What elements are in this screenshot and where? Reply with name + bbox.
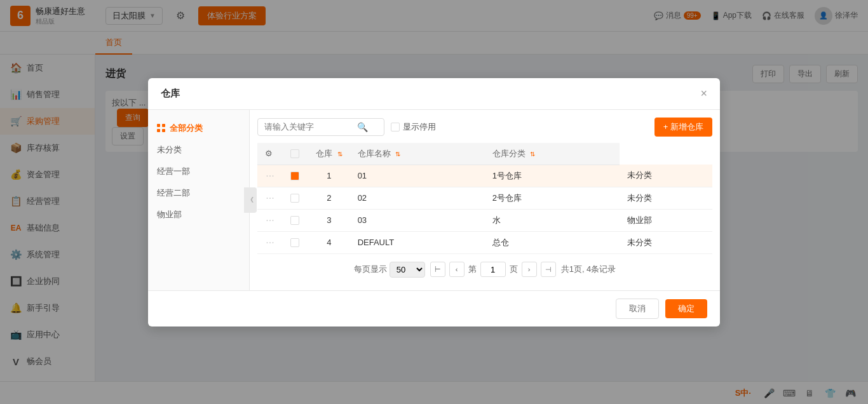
category-label-property: 物业部	[157, 210, 182, 219]
next-page-button[interactable]: ›	[522, 262, 537, 277]
row-category: 未分类	[620, 165, 712, 187]
row-code: 01	[350, 165, 485, 187]
category-label-unclassified: 未分类	[157, 145, 182, 154]
row-gear-cell[interactable]: ···	[257, 209, 283, 231]
col-header-category: 仓库分类 ⇅	[485, 143, 620, 165]
row-category: 物业部	[620, 209, 712, 231]
modal-title: 仓库	[161, 88, 180, 100]
modal-footer: 取消 确定	[148, 290, 720, 327]
row-checkbox[interactable]	[290, 172, 299, 180]
modal-body: 全部分类 未分类 经营一部 经营二部 物业部 《	[148, 110, 720, 290]
table-row[interactable]: ···2022号仓库未分类	[257, 187, 712, 209]
last-page-button[interactable]: ⊣	[541, 262, 556, 277]
cancel-button[interactable]: 取消	[616, 299, 659, 319]
row-check-cell	[283, 209, 308, 231]
row-checkbox[interactable]	[290, 238, 299, 247]
table-body: ···1011号仓库未分类···2022号仓库未分类···303水物业部···4…	[257, 165, 712, 253]
row-number: 3	[308, 209, 350, 231]
row-check-cell	[283, 165, 308, 187]
table-container: ⚙ 仓库 ⇅ 仓库名称 ⇅	[257, 143, 712, 254]
row-code: 02	[350, 187, 485, 209]
row-code: 03	[350, 209, 485, 231]
col-code-sort-icon: ⇅	[337, 151, 342, 158]
col-header-check	[283, 143, 308, 165]
col-header-name: 仓库名称 ⇅	[350, 143, 485, 165]
row-checkbox[interactable]	[290, 194, 299, 203]
row-number: 1	[308, 165, 350, 187]
row-category: 未分类	[620, 231, 712, 253]
col-category-sort-icon: ⇅	[530, 151, 535, 158]
per-page-label: 每页显示	[354, 264, 387, 275]
col-name-sort-icon: ⇅	[395, 151, 400, 158]
category-item-dept1[interactable]: 经营一部	[148, 161, 249, 182]
col-name-label: 仓库名称	[358, 149, 391, 158]
col-category-label: 仓库分类	[492, 149, 526, 158]
col-code-label: 仓库	[316, 149, 332, 158]
first-page-button[interactable]: ⊢	[430, 262, 445, 277]
all-categories-label: 全部分类	[170, 123, 203, 134]
search-input[interactable]	[264, 122, 353, 131]
page-info: 共1页, 4条记录	[561, 264, 616, 275]
row-name: 2号仓库	[485, 187, 620, 209]
warehouse-table: ⚙ 仓库 ⇅ 仓库名称 ⇅	[257, 143, 712, 254]
page-text: 第	[468, 264, 477, 275]
category-item-unclassified[interactable]: 未分类	[148, 139, 249, 161]
page-navigation: ⊢ ‹ 第 页 › ⊣	[430, 262, 556, 277]
category-label-dept2: 经营二部	[157, 188, 190, 198]
category-panel: 全部分类 未分类 经营一部 经营二部 物业部 《	[148, 110, 250, 290]
table-panel: 🔍 显示停用 + 新增仓库 ⚙	[250, 110, 720, 290]
row-checkbox[interactable]	[290, 216, 299, 225]
pagination-area: 每页显示 50 20 100 ⊢ ‹ 第 页 ›	[257, 254, 712, 283]
row-gear-cell[interactable]: ···	[257, 187, 283, 209]
show-disabled-label: 显示停用	[403, 121, 436, 133]
confirm-button[interactable]: 确定	[665, 299, 707, 318]
all-categories-item[interactable]: 全部分类	[148, 118, 249, 139]
prev-page-button[interactable]: ‹	[449, 262, 465, 277]
add-warehouse-button[interactable]: + 新增仓库	[654, 118, 712, 137]
per-page-select[interactable]: 50 20 100	[390, 262, 425, 278]
modal-overlay: 仓库 × 全部分类 未分类 经营一部	[0, 0, 868, 404]
row-number: 4	[308, 231, 350, 253]
table-header-row: ⚙ 仓库 ⇅ 仓库名称 ⇅	[257, 143, 712, 165]
modal-close-button[interactable]: ×	[700, 87, 707, 100]
table-row[interactable]: ···4DEFAULT总仓未分类	[257, 231, 712, 253]
row-number: 2	[308, 187, 350, 209]
col-header-code: 仓库 ⇅	[308, 143, 350, 165]
page-suffix: 页	[510, 264, 518, 275]
page-size-selector: 每页显示 50 20 100	[354, 262, 425, 278]
table-toolbar: 🔍 显示停用 + 新增仓库	[257, 118, 712, 137]
row-gear-cell[interactable]: ···	[257, 165, 283, 187]
row-name: 1号仓库	[485, 165, 620, 187]
page-number-input[interactable]	[480, 262, 506, 277]
show-disabled-area: 显示停用	[391, 121, 436, 133]
row-name: 水	[485, 209, 620, 231]
select-all-checkbox[interactable]	[290, 149, 299, 158]
table-row[interactable]: ···303水物业部	[257, 209, 712, 231]
category-item-property[interactable]: 物业部	[148, 204, 249, 226]
search-box: 🔍	[257, 118, 384, 136]
modal-header: 仓库 ×	[148, 78, 720, 110]
show-disabled-checkbox[interactable]	[391, 123, 400, 131]
row-name: 总仓	[485, 231, 620, 253]
search-icon: 🔍	[357, 122, 368, 132]
category-label-dept1: 经营一部	[157, 166, 190, 176]
row-check-cell	[283, 187, 308, 209]
row-code: DEFAULT	[350, 231, 485, 253]
col-header-gear: ⚙	[257, 143, 283, 165]
row-gear-cell[interactable]: ···	[257, 231, 283, 253]
grid-icon	[157, 124, 166, 133]
warehouse-modal: 仓库 × 全部分类 未分类 经营一部	[148, 78, 720, 327]
table-row[interactable]: ···1011号仓库未分类	[257, 165, 712, 187]
category-item-dept2[interactable]: 经营二部	[148, 182, 249, 204]
row-category: 未分类	[620, 187, 712, 209]
row-check-cell	[283, 231, 308, 253]
collapse-panel-button[interactable]: 《	[244, 187, 257, 213]
